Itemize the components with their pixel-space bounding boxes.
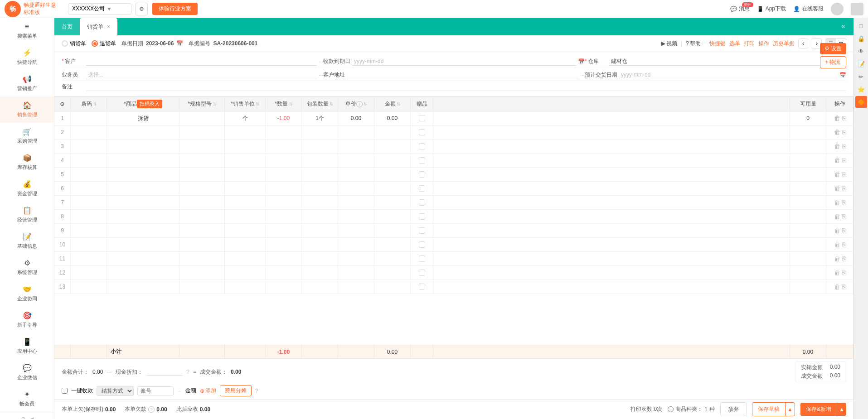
th-settings[interactable]: ⚙ <box>54 97 71 111</box>
delete-row-7[interactable]: 🗑 <box>834 199 840 206</box>
delete-row-1[interactable]: 🗑 <box>834 115 840 122</box>
copy-row-7[interactable]: ⎘ <box>842 199 846 206</box>
delete-row-8[interactable]: 🗑 <box>834 213 840 220</box>
abandon-button[interactable]: 放弃 <box>720 402 747 416</box>
sidebar-item-enterprise-wx[interactable]: 💬 企业微信 <box>0 359 54 385</box>
select-btn[interactable]: 选单 <box>729 40 740 48</box>
setting-button[interactable]: ⚙ 设置 <box>820 43 846 54</box>
salesman-more-btn[interactable]: ··· <box>319 72 323 78</box>
sort-price[interactable]: ⇅ <box>364 101 367 106</box>
radio-sales-order[interactable]: 销货单 <box>62 40 86 48</box>
td-amount-1[interactable]: 0.00 <box>374 111 411 125</box>
sidebar-item-search[interactable]: ≡ 搜索菜单 <box>0 18 54 44</box>
trial-button[interactable]: 体验行业方案 <box>152 3 198 15</box>
copy-row-11[interactable]: ⎘ <box>842 255 846 262</box>
right-tool-1[interactable]: □ <box>855 20 867 32</box>
company-selector[interactable]: XXXXXX公司 ▼ <box>68 3 131 14</box>
expense-split-btn[interactable]: 费用分摊 <box>220 385 252 396</box>
logistics-button[interactable]: + 物流 <box>820 56 846 68</box>
warehouse-input[interactable] <box>609 57 840 66</box>
right-tool-7[interactable]: 🔶 <box>855 96 867 108</box>
sort-barcode[interactable]: ⇅ <box>93 101 97 106</box>
save-new-arrow[interactable]: ▲ <box>837 403 846 416</box>
sidebar-item-sysmgmt[interactable]: ⚙ 系统管理 <box>0 254 54 280</box>
right-tool-5[interactable]: ✏ <box>855 71 867 82</box>
sidebar-item-inventory[interactable]: 📦 库存核算 <box>0 149 54 175</box>
payment-date-input[interactable] <box>352 57 576 66</box>
copy-row-2[interactable]: ⎘ <box>842 129 846 136</box>
sidebar-collapse-btn[interactable]: ◀ <box>29 416 34 419</box>
sidebar-item-appcenter[interactable]: 📱 应用中心 <box>0 333 54 359</box>
sidebar-item-quicknav[interactable]: ⚡ 快捷导航 <box>0 44 54 70</box>
user-avatar[interactable] <box>831 3 844 15</box>
right-tool-4[interactable]: 📝 <box>855 58 867 70</box>
customer-more-btn[interactable]: ··· <box>319 58 323 65</box>
scan-button[interactable]: 扫码录入 <box>137 100 162 108</box>
arrears-help-icon[interactable]: ? <box>148 406 155 413</box>
app-download-button[interactable]: 📱 App下载 <box>757 5 786 13</box>
right-tool-6[interactable]: ⭐ <box>855 83 867 95</box>
video-btn[interactable]: ▶ 视频 <box>661 40 677 48</box>
delete-row-10[interactable]: 🗑 <box>834 241 840 248</box>
operate-btn[interactable]: 操作 <box>758 40 769 48</box>
salesman-input[interactable] <box>86 71 317 79</box>
tab-close-icon[interactable]: × <box>107 24 110 30</box>
td-qty-1[interactable]: -1.00 <box>266 111 302 125</box>
delete-row-12[interactable]: 🗑 <box>834 269 840 276</box>
td-barcode-1[interactable] <box>71 111 107 125</box>
sidebar-item-marketing[interactable]: 📢 营销推广 <box>0 70 54 96</box>
account-input[interactable] <box>137 386 174 395</box>
sort-qty[interactable]: ⇅ <box>289 101 292 106</box>
radio-return-order[interactable]: 退货单 <box>92 40 116 48</box>
copy-row-13[interactable]: ⎘ <box>842 283 846 290</box>
calendar-icon[interactable]: 📅 <box>176 40 183 47</box>
sidebar-item-enterprise[interactable]: 🤝 企业协同 <box>0 280 54 307</box>
sort-amount[interactable]: ⇅ <box>397 101 400 106</box>
sidebar-item-purchase[interactable]: 🛒 采购管理 <box>0 123 54 149</box>
settlement-select[interactable]: 结算方式 <box>97 386 134 396</box>
delete-row-6[interactable]: 🗑 <box>834 185 840 192</box>
copy-row-10[interactable]: ⎘ <box>842 241 846 248</box>
user-menu-button[interactable] <box>851 3 863 15</box>
delete-row-5[interactable]: 🗑 <box>834 171 840 178</box>
print-btn[interactable]: 打印 <box>744 40 755 48</box>
delivery-calendar-icon[interactable]: 📅 <box>839 72 846 78</box>
tab-sales-order[interactable]: 销货单 × <box>80 18 117 35</box>
message-button[interactable]: 💬 消息 99+ <box>730 5 750 13</box>
sidebar-item-guide[interactable]: 🎯 新手引导 <box>0 307 54 333</box>
td-product-1[interactable]: 拆货 <box>107 111 179 125</box>
save-new-button[interactable]: 保存&新增 <box>800 403 837 416</box>
one-click-payment-checkbox[interactable] <box>62 388 68 394</box>
sidebar-item-baseinfo[interactable]: 📝 基础信息 <box>0 228 54 254</box>
sidebar-item-business[interactable]: 📋 经营管理 <box>0 202 54 228</box>
copy-row-4[interactable]: ⎘ <box>842 157 846 164</box>
right-tool-2[interactable]: 🔒 <box>855 33 867 44</box>
copy-row-1[interactable]: ⎘ <box>842 115 846 122</box>
sidebar-item-finance[interactable]: 💰 资金管理 <box>0 175 54 202</box>
footer-help-icon[interactable]: ? <box>186 369 189 375</box>
sidebar-item-vip[interactable]: ✦ 畅会员 <box>0 385 54 412</box>
copy-row-9[interactable]: ⎘ <box>842 227 846 234</box>
delete-row-4[interactable]: 🗑 <box>834 157 840 164</box>
discount-input[interactable] <box>146 369 183 376</box>
td-pkg-1[interactable]: 1个 <box>302 111 338 125</box>
help-btn[interactable]: ? 帮助 <box>686 40 701 48</box>
sort-spec[interactable]: ⇅ <box>213 101 216 106</box>
td-price-1[interactable]: 0.00 <box>338 111 374 125</box>
expense-help-icon[interactable]: ? <box>255 388 258 394</box>
online-service-button[interactable]: 👤 在线客服 <box>793 5 824 13</box>
tab-home[interactable]: 首页 <box>54 18 80 35</box>
delete-row-11[interactable]: 🗑 <box>834 255 840 262</box>
address-more-btn[interactable]: ··· <box>580 72 585 78</box>
history-btn[interactable]: 历史单据 <box>773 40 795 48</box>
copy-row-8[interactable]: ⎘ <box>842 213 846 220</box>
delete-row-3[interactable]: 🗑 <box>834 143 840 150</box>
td-spec-1[interactable] <box>179 111 225 125</box>
customer-input[interactable] <box>86 57 317 66</box>
td-unit-1[interactable]: 个 <box>225 111 266 125</box>
account-more-btn[interactable]: ··· <box>177 388 182 394</box>
delivery-date-input[interactable] <box>619 71 838 79</box>
remark-input[interactable] <box>86 82 846 91</box>
copy-row-5[interactable]: ⎘ <box>842 171 846 178</box>
td-gift-1[interactable] <box>411 111 433 125</box>
